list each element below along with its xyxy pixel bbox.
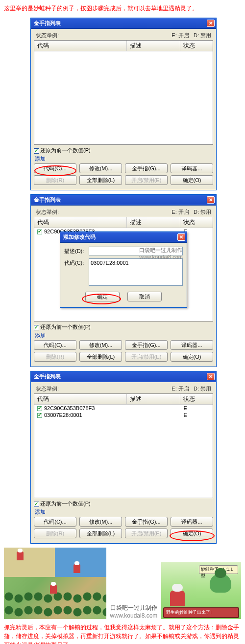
col-code-header[interactable]: 代码: [34, 394, 127, 404]
restore-label: 还原为前一个数值(P): [40, 147, 91, 153]
titlebar: 添加修改代码 ✕: [60, 232, 187, 243]
delete-all-button[interactable]: 全部删除(L): [79, 529, 122, 538]
delete-button[interactable]: 删除(R): [34, 175, 76, 185]
delete-button[interactable]: 删除(R): [34, 352, 76, 362]
watermark-line2: www.koudai8.com: [139, 254, 183, 260]
pokemon-sprite: [210, 574, 231, 593]
checkbox-icon[interactable]: [34, 325, 39, 330]
restore-checkbox-row[interactable]: 还原为前一个数值(P): [34, 323, 213, 331]
col-code-header[interactable]: 代码: [34, 217, 127, 228]
intro-paragraph: 这里举的是妙蛙种子的例子，按图步骤完成后，就可以去草地里遇精灵了。: [4, 4, 241, 13]
close-icon[interactable]: ✕: [207, 20, 215, 27]
list-row[interactable]: 03007E28:0001 E: [34, 412, 213, 418]
decoder-button[interactable]: 译码器...: [171, 517, 213, 527]
cheat-dialog-3: 金手指列表 ✕ 状态举例: E: 开启 D: 禁用 代码 描述 状态 92C90…: [30, 371, 217, 544]
toggle-button[interactable]: 开启/禁用(E): [125, 352, 168, 362]
add-label: 添加: [35, 508, 213, 516]
row-code: 92C90C6353B078F3: [44, 405, 95, 411]
code-textarea[interactable]: 03007E28:0001: [89, 258, 183, 286]
legend-bar: 状态举例: E: 开启 D: 禁用: [34, 207, 213, 217]
title-text: 金手指列表: [34, 196, 61, 204]
desc-label: 描述(D):: [64, 247, 89, 255]
modify-button[interactable]: 修改(M)...: [79, 163, 122, 173]
ok-button[interactable]: 确定(O): [171, 352, 213, 362]
checkbox-icon[interactable]: [34, 148, 39, 154]
checkbox-icon[interactable]: [37, 406, 42, 411]
ok-button[interactable]: 确定(O): [171, 529, 213, 538]
outro-paragraph: 抓完精灵后，本应有一个解锁的过程，但我觉得这样太麻烦了。就用了这个方法：删除金手…: [4, 623, 241, 644]
watermark: 口袋吧一过儿制作 www.koudai8.com: [139, 247, 183, 260]
cheat-button[interactable]: 金手指(G)...: [125, 517, 168, 527]
row-stat: E: [180, 412, 213, 418]
battle-screenshot: 妙蛙种子♂ L:1.1型 野生的妙蛙种子出来了!: [161, 562, 241, 619]
legend-e: E: 开启: [172, 32, 189, 38]
list-row[interactable]: 92C90C6353B078F3 E: [34, 405, 213, 412]
legend-d: D: 禁用: [194, 386, 211, 391]
col-stat-header[interactable]: 状态: [180, 217, 213, 228]
code-label: 代码(C):: [64, 258, 89, 267]
titlebar: 金手指列表 ✕: [31, 195, 216, 206]
legend-d: D: 禁用: [194, 209, 211, 215]
sub-title: 添加修改代码: [63, 233, 96, 241]
add-label: 添加: [35, 332, 213, 339]
sub-ok-button[interactable]: 确定: [85, 292, 120, 301]
title-text: 金手指列表: [34, 373, 61, 380]
decoder-button[interactable]: 译码器...: [171, 340, 213, 350]
code-button[interactable]: 代码(C)...: [34, 340, 76, 350]
code-button[interactable]: 代码(C)...: [34, 517, 76, 527]
titlebar: 金手指列表 ✕: [31, 18, 216, 29]
close-icon[interactable]: ✕: [207, 373, 215, 380]
toggle-button[interactable]: 开启/禁用(E): [125, 175, 168, 185]
col-code-header[interactable]: 代码: [34, 41, 127, 51]
watermark-line1: 口袋吧一过儿制作: [139, 247, 182, 253]
restore-label: 还原为前一个数值(P): [40, 501, 91, 506]
legend-e: E: 开启: [172, 386, 189, 391]
titlebar: 金手指列表 ✕: [31, 371, 216, 382]
legend-d: D: 禁用: [194, 32, 211, 38]
battle-message: 野生的妙蛙种子出来了!: [163, 607, 239, 618]
checkbox-icon[interactable]: [37, 230, 42, 234]
delete-button[interactable]: 删除(R): [34, 529, 76, 538]
col-stat-header[interactable]: 状态: [180, 394, 213, 404]
cheat-list: 代码 描述 状态 92C90C6353B078F3 E 03007E28:000…: [34, 393, 213, 498]
legend-label: 状态举例:: [36, 208, 59, 216]
cheat-button[interactable]: 金手指(G)...: [125, 340, 168, 350]
add-label: 添加: [35, 155, 213, 162]
col-desc-header[interactable]: 描述: [127, 394, 180, 404]
add-code-dialog: 添加修改代码 ✕ 描述(D): 代码(C): 03007E28:0001 确定 …: [60, 231, 187, 308]
row-code: 03007E28:0001: [44, 412, 82, 418]
close-icon[interactable]: ✕: [177, 233, 185, 241]
ok-button[interactable]: 确定(O): [171, 175, 213, 185]
legend-bar: 状态举例: E: 开启 D: 禁用: [34, 384, 213, 393]
legend-bar: 状态举例: E: 开启 D: 禁用: [34, 31, 213, 40]
decoder-button[interactable]: 译码器...: [171, 163, 213, 173]
close-icon[interactable]: ✕: [207, 196, 215, 204]
checkbox-icon[interactable]: [34, 502, 39, 507]
legend-label: 状态举例:: [36, 32, 59, 39]
modify-button[interactable]: 修改(M)...: [79, 340, 122, 350]
checkbox-icon[interactable]: [37, 413, 42, 418]
overworld-screenshot: [4, 548, 106, 619]
cheat-button[interactable]: 金手指(G)...: [125, 163, 168, 173]
watermark-line2: www.koudai8.com: [110, 612, 158, 619]
legend-e: E: 开启: [172, 209, 189, 215]
cheat-dialog-2: 金手指列表 ✕ 状态举例: E: 开启 D: 禁用 代码 描述 状态 92C90…: [30, 194, 217, 367]
legend-label: 状态举例:: [36, 385, 59, 392]
restore-checkbox-row[interactable]: 还原为前一个数值(P): [34, 147, 213, 154]
restore-checkbox-row[interactable]: 还原为前一个数值(P): [34, 500, 213, 507]
sub-cancel-button[interactable]: 取消: [127, 292, 162, 301]
watermark-mid: 口袋吧一过儿制作 www.koudai8.com: [108, 604, 160, 619]
col-desc-header[interactable]: 描述: [127, 217, 180, 228]
code-button[interactable]: 代码(C)...: [34, 163, 76, 173]
col-desc-header[interactable]: 描述: [127, 41, 180, 51]
delete-all-button[interactable]: 全部删除(L): [79, 175, 122, 185]
restore-label: 还原为前一个数值(P): [40, 324, 91, 330]
delete-all-button[interactable]: 全部删除(L): [79, 352, 122, 362]
trainer-sprite: [170, 591, 185, 606]
game-screenshot-row: 口袋吧一过儿制作 www.koudai8.com 妙蛙种子♂ L:1.1型 野生…: [4, 548, 241, 619]
modify-button[interactable]: 修改(M)...: [79, 517, 122, 527]
watermark-line1: 口袋吧一过儿制作: [110, 604, 157, 611]
cheat-list: 代码 描述 状态: [34, 40, 213, 145]
col-stat-header[interactable]: 状态: [180, 41, 213, 51]
toggle-button[interactable]: 开启/禁用(E): [125, 529, 168, 538]
